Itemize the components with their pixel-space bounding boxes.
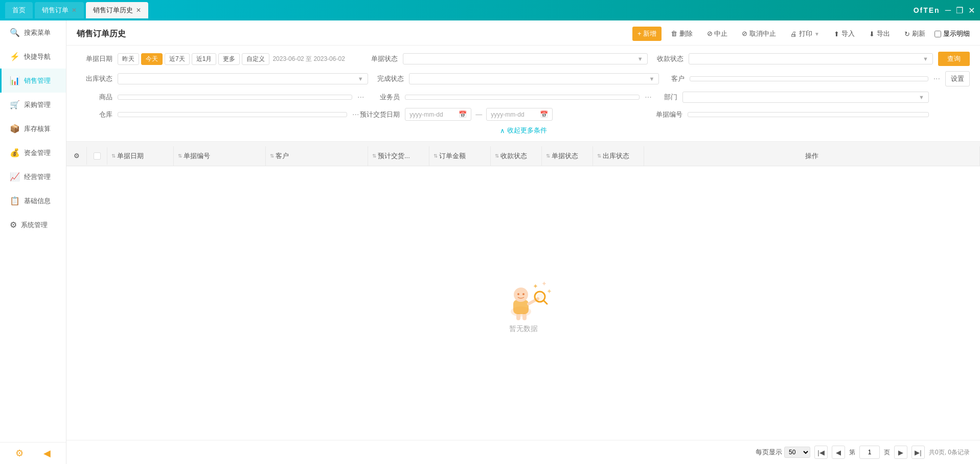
sidebar-item-sales-mgmt[interactable]: 📊 销售管理: [0, 69, 66, 93]
export-button[interactable]: ⬇ 导出: [864, 27, 895, 41]
date-btn-more[interactable]: 更多: [218, 53, 240, 65]
sidebar-item-quick-nav[interactable]: ⚡ 快捷导航: [0, 45, 66, 69]
date-btn-1month[interactable]: 近1月: [192, 53, 217, 65]
stop-button[interactable]: ⊘ 中止: [702, 27, 733, 41]
sidebar-item-search-menu-label: 搜索菜单: [24, 28, 51, 37]
restore-button[interactable]: ❐: [956, 6, 963, 15]
delivery-date-end[interactable]: yyyy-mm-dd 📅: [486, 108, 553, 121]
dept-select[interactable]: ▼: [682, 92, 929, 103]
th-settings[interactable]: ⚙: [66, 147, 87, 165]
goods-dots-btn[interactable]: ···: [357, 93, 364, 102]
receipt-status-select[interactable]: ▼: [689, 53, 933, 64]
sidebar-item-purchase-mgmt[interactable]: 🛒 采购管理: [0, 93, 66, 117]
brand-label: OfTEn: [914, 6, 940, 14]
tab-sales-order[interactable]: 销售订单 ✕: [35, 2, 84, 18]
salesman-dots-btn[interactable]: ···: [645, 93, 651, 102]
customer-dots-btn[interactable]: ···: [933, 74, 940, 83]
page-number-input[interactable]: [859, 446, 880, 459]
date-btn-custom[interactable]: 自定义: [242, 53, 269, 65]
th-out-label: 出库状态: [603, 151, 629, 161]
sort-delivery-icon: ⇅: [372, 153, 376, 159]
out-status-select[interactable]: ▼: [118, 73, 368, 84]
select-all-checkbox[interactable]: [94, 152, 101, 160]
new-button[interactable]: + 新增: [632, 27, 662, 41]
query-button[interactable]: 查询: [938, 52, 970, 66]
doc-no-input[interactable]: [688, 112, 929, 117]
per-page-select[interactable]: 50 10 20 100: [784, 447, 810, 458]
sidebar-item-finance[interactable]: 💰 资金管理: [0, 141, 66, 165]
empty-illustration: ✦ ✦ ✦: [493, 273, 554, 324]
print-button[interactable]: 🖨 🖨 打印 打印 ▼: [785, 27, 825, 41]
sidebar-collapse-icon[interactable]: ◀: [43, 448, 51, 459]
prev-page-btn[interactable]: ◀: [832, 446, 845, 459]
th-check[interactable]: [87, 147, 107, 165]
th-out[interactable]: ⇅ 出库状态: [593, 146, 644, 166]
sort-date-icon: ⇅: [111, 153, 116, 159]
th-status[interactable]: ⇅ 单据状态: [542, 146, 593, 166]
sidebar-item-search-menu[interactable]: 🔍 搜索菜单: [0, 20, 66, 45]
minimize-button[interactable]: ─: [945, 6, 951, 15]
doc-no-control: [688, 112, 929, 117]
filter-row-4: 仓库 ··· 预计交货日期 yyyy-mm-dd 📅 — yyyy-mm-d: [77, 108, 970, 121]
refresh-button[interactable]: ↻ 刷新: [899, 27, 930, 41]
th-no[interactable]: ⇅ 单据编号: [174, 146, 266, 166]
main-content: 销售订单历史 + 新增 🗑 删除 ⊘ 中止 ⊘ 取消中止 🖨 🖨 打印 打印 ▼…: [66, 20, 980, 464]
tab-sales-order-history-label: 销售订单历史: [93, 6, 133, 15]
close-button[interactable]: ✕: [968, 6, 975, 15]
sidebar-item-inventory-label: 库存核算: [24, 124, 51, 134]
goods-input[interactable]: [118, 95, 352, 100]
calendar-start-icon[interactable]: 📅: [459, 111, 467, 118]
doc-status-control: ▼: [403, 53, 647, 64]
tab-sales-order-history-close[interactable]: ✕: [136, 7, 141, 14]
display-detail-checkbox[interactable]: 显示明细: [935, 29, 970, 38]
date-btn-7days[interactable]: 近7天: [165, 53, 190, 65]
warehouse-input[interactable]: [118, 112, 347, 117]
sidebar-settings-icon[interactable]: ⚙: [15, 448, 24, 459]
import-button[interactable]: ⬆ 导入: [829, 27, 860, 41]
sidebar-item-system[interactable]: ⚙ 系统管理: [0, 213, 66, 237]
delivery-date-start[interactable]: yyyy-mm-dd 📅: [405, 108, 471, 121]
tab-sales-order-history[interactable]: 销售订单历史 ✕: [86, 2, 148, 18]
th-delivery[interactable]: ⇅ 预计交货...: [368, 146, 429, 166]
filter-row-2: 出库状态 ▼ 完成状态 ▼ 客户: [77, 71, 970, 86]
collapse-button[interactable]: ∧ 收起更多条件: [500, 126, 547, 135]
page-total: 共0页, 0条记录: [929, 448, 970, 457]
th-action: 操作: [644, 146, 980, 166]
complete-status-select[interactable]: ▼: [409, 73, 659, 84]
cancel-stop-button[interactable]: ⊘ 取消中止: [737, 27, 781, 41]
first-page-btn[interactable]: |◀: [814, 446, 828, 459]
doc-status-select[interactable]: ▼: [403, 53, 647, 64]
page-title: 销售订单历史: [77, 29, 126, 39]
calendar-end-icon[interactable]: 📅: [540, 111, 548, 118]
salesman-input[interactable]: [405, 95, 640, 100]
date-filter-control: 昨天 今天 近7天 近1月 更多 自定义 2023-06-02 至 2023-0…: [118, 53, 362, 65]
last-page-btn[interactable]: ▶|: [911, 446, 925, 459]
out-status-arrow: ▼: [358, 76, 363, 82]
complete-status-arrow: ▼: [649, 76, 654, 82]
display-detail-input[interactable]: [935, 31, 941, 37]
tab-sales-order-close[interactable]: ✕: [72, 7, 77, 14]
display-detail-label: 显示明细: [943, 29, 970, 38]
pagination: 每页显示 50 10 20 100 |◀ ◀ 第 页 ▶ ▶|: [66, 440, 980, 464]
th-customer[interactable]: ⇅ 客户: [266, 146, 368, 166]
sidebar-item-inventory[interactable]: 📦 库存核算: [0, 117, 66, 141]
th-customer-label: 客户: [276, 151, 289, 161]
tab-home[interactable]: 首页: [5, 2, 33, 18]
next-page-btn[interactable]: ▶: [894, 446, 907, 459]
money-icon: 💰: [10, 148, 20, 158]
date-btn-today[interactable]: 今天: [141, 53, 163, 65]
th-receipt[interactable]: ⇅ 收款状态: [491, 146, 542, 166]
date-btn-yesterday[interactable]: 昨天: [118, 53, 139, 65]
th-amount[interactable]: ⇅ 订单金额: [429, 146, 491, 166]
delete-button[interactable]: 🗑 删除: [666, 27, 698, 41]
out-status-label: 出库状态: [77, 74, 118, 83]
sidebar-item-basic-info[interactable]: 📋 基础信息: [0, 189, 66, 213]
complete-status-label: 完成状态: [368, 74, 409, 83]
sidebar-item-operation[interactable]: 📈 经营管理: [0, 165, 66, 189]
settings-button[interactable]: 设置: [945, 71, 970, 86]
dept-control: ▼: [682, 92, 929, 103]
customer-input[interactable]: [690, 76, 928, 81]
chart-icon: 📊: [10, 76, 20, 85]
th-date[interactable]: ⇅ 单据日期: [107, 146, 174, 166]
warehouse-dots-btn[interactable]: ···: [352, 110, 359, 119]
